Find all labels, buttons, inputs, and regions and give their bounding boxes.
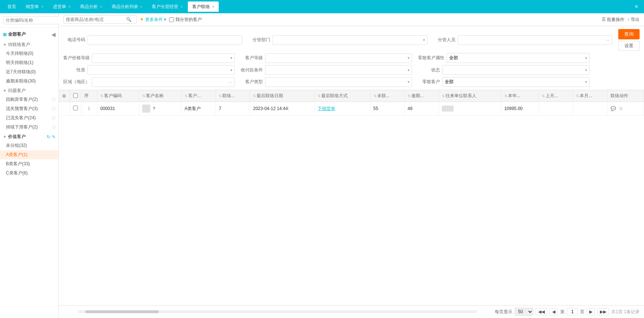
row-no-contact: 55 [370,102,404,116]
th-level[interactable]: ⇅客户... [182,90,216,102]
th-overdue[interactable]: ⇅逾期... [404,90,439,102]
sidebar-item-b-class[interactable]: B类客户(33) [0,159,58,169]
filter-payment-select[interactable]: ▾ [265,65,412,75]
section-problem[interactable]: ▼ 问题客户 [0,86,58,95]
filter-dept-select[interactable]: ▾ [272,35,427,45]
filter-phone-input[interactable] [87,35,242,45]
filter-status-select[interactable]: ▾ [442,65,590,75]
nav-tab-purchase[interactable]: 进货单 × [49,1,75,12]
my-customer-checkbox-label[interactable]: 我分管的客户 [169,17,202,23]
table-header-row: ⚙ 序 ⇅客户编码 ⇅客户名称 ⇅客户... ⇅联络... ⇅最后联络日期 ⇅最… [59,90,644,102]
refresh-icon[interactable]: ↻ [47,134,50,139]
page-label: 第 [560,309,565,315]
filter-more-btn[interactable]: ▼ 更多条件 ▾ [140,17,166,23]
toolbar-search-input[interactable] [66,17,125,22]
batch-op-btn[interactable]: ☰ 批量操作 [602,17,625,23]
nav-tab-analysis-list[interactable]: 商品分析列表 × [107,1,147,12]
bottom-bar: 每页显示 50 100 ◀◀ ◀ 第 页 ▶ ▶▶ 共1页 1条记录 [59,305,644,318]
th-gear[interactable]: ⚙ [59,90,70,102]
th-last-date[interactable]: ⇅最后联络日期 [250,90,315,102]
filter-phone: 电话号码 [63,35,242,45]
page-size-select[interactable]: 50 100 [515,308,533,316]
filter-arrow-icon: ▾ [164,17,166,22]
edit-icon[interactable]: ✎ [52,134,56,139]
filter-status: 状态 ▾ [418,65,590,75]
row-last-method: 下销货单 [315,102,370,116]
page-input[interactable] [567,308,578,315]
section-pending[interactable]: ▼ 待联络客户 [0,40,58,49]
close-all-btn[interactable]: × [632,3,641,10]
filter-retail-attr-select[interactable]: 全部 ▾ [447,53,590,63]
th-contact[interactable]: ⇅联络... [216,90,250,102]
nav-tab-analysis[interactable]: 商品分析 × [76,1,107,12]
sidebar-item-declining[interactable]: 持续下滑客户(2) ⓘ [0,123,58,132]
filter-region-select[interactable]: ··· [92,77,235,87]
filter-status-label: 状态 [418,67,440,73]
th-contact-person[interactable]: ⇅往来单位联系人 [439,90,501,102]
last-page-btn[interactable]: ▶▶ [597,308,609,315]
filter-price-level-label: 客户价格等级 [63,55,90,61]
sidebar-item-repurchase-anomaly[interactable]: 回购异常客户(2) ⓘ [0,95,58,104]
th-name[interactable]: ⇅客户名称 [139,90,182,102]
close-analysis-list-tab[interactable]: × [140,5,143,9]
sidebar-item-churned[interactable]: 已流失客户(24) ⓘ [0,113,58,123]
close-customer-contact-tab[interactable]: × [212,5,214,9]
select-all-checkbox[interactable] [73,93,78,98]
toolbar: 🔍 ▼ 更多条件 ▾ 我分管的客户 ☰ 批量操作 ↑ 导出 [59,13,644,26]
nav-tab-home[interactable]: 首页 [3,1,21,12]
next-page-btn[interactable]: ▶ [587,308,595,315]
sidebar-item-ungrouped[interactable]: 未分组(32) [0,141,58,150]
th-code[interactable]: ⇅客户编码 [97,90,139,102]
filter-price-level-select[interactable]: ▾ [92,53,235,63]
section-value[interactable]: ▼ 价值客户 ↻ ✎ [0,132,58,141]
nav-tab-sales[interactable]: 销货单 × [21,1,48,12]
nav-tab-customer-tier[interactable]: 客户分层经营 × [147,1,187,12]
sidebar-item-overdue-contact[interactable]: 逾期未联络(30) [0,77,58,86]
th-this-month[interactable]: ⇅本月... [573,90,607,102]
sidebar-item-today[interactable]: 今天待联络(0) [0,49,58,58]
settings-button[interactable]: 设置 [618,41,640,51]
row-action: 💬 ⊞ [607,102,644,116]
prev-page-btn[interactable]: ◀ [550,308,558,315]
filter-retail-attr-label: 零散客户属性 [418,55,444,61]
filter-nature-select[interactable]: ▾ [87,65,235,75]
th-this-year[interactable]: ⇅本年... [501,90,539,102]
sidebar-item-tomorrow[interactable]: 明天待联络(1) [0,58,58,67]
query-button[interactable]: 查询 [618,29,640,39]
th-no-contact[interactable]: ⇅未联... [370,90,404,102]
my-customer-checkbox[interactable] [169,17,174,22]
scrollbar-thumb[interactable] [85,310,159,313]
th-last-method[interactable]: ⇅最后联络方式 [315,90,370,102]
link-icon[interactable]: ⊞ [619,106,623,111]
filter-customer-level-select[interactable]: ▾ [265,53,412,63]
row-checkbox[interactable] [73,106,78,110]
sidebar-item-churn-warning[interactable]: 流失预警客户(3) ⓘ [0,104,58,113]
horizontal-scrollbar[interactable] [78,310,477,313]
close-analysis-tab[interactable]: × [100,5,102,9]
first-page-btn[interactable]: ◀◀ [536,308,547,315]
toolbar-search-icon[interactable]: 🔍 [126,17,132,22]
sidebar-item-c-class[interactable]: C类客户(6) [0,169,58,178]
filter-customer-type-select[interactable]: ▾ [265,77,412,87]
chat-icon[interactable]: 💬 [611,106,616,111]
last-method-link[interactable]: 下销货单 [318,106,335,111]
sidebar-item-7days[interactable]: 近7天待联络(0) [0,67,58,77]
sidebar-item-a-class[interactable]: A类客户(1) [0,150,58,159]
close-customer-tier-tab[interactable]: × [180,5,183,9]
th-last-month[interactable]: ⇅上月... [539,90,573,102]
status-chevron-icon: ▾ [585,68,587,72]
sidebar-collapse-icon[interactable]: ◀ [51,32,56,38]
export-btn[interactable]: ↑ 导出 [627,17,640,23]
filter-retail-customer-select[interactable]: 全部 ▾ [442,77,590,87]
filter-phone-label: 电话号码 [63,37,85,43]
filter-person-input[interactable]: ··· [458,35,612,45]
filter-panel: 电话号码 分管部门 ▾ 分管人员 ··· [59,26,644,90]
close-purchase-tab[interactable]: × [68,5,71,9]
filter-customer-type: 客户类型 ▾ [241,77,412,87]
type-chevron-icon: ▾ [408,80,409,84]
nav-tab-customer-contact[interactable]: 客户联络 × [188,1,219,12]
sidebar-all-customers[interactable]: ⊞ 全部客户 ◀ [0,29,58,40]
filter-customer-type-label: 客户类型 [241,79,263,85]
sidebar-search-input[interactable] [3,16,63,24]
close-sales-tab[interactable]: × [41,5,43,9]
